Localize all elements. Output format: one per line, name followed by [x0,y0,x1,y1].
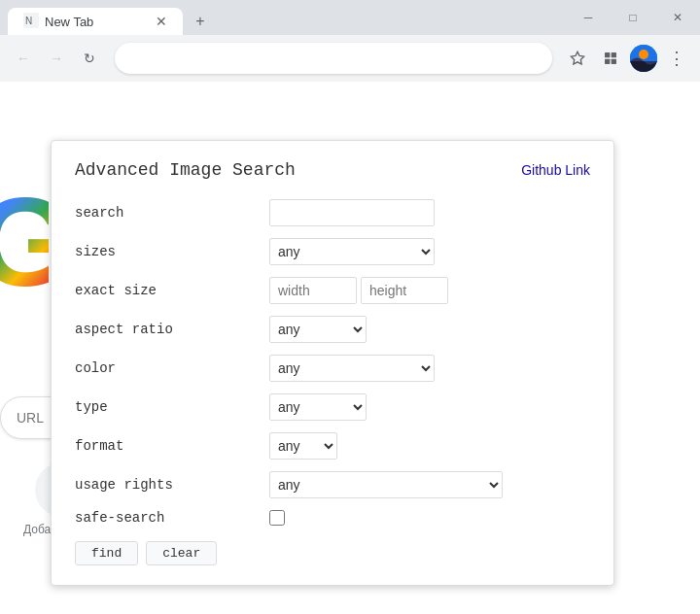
format-control: any jpg gif png bmp svg webp ico raw [269,432,590,460]
usage-rights-select[interactable]: any labeled for reuse with modification … [269,471,503,498]
search-row: search [75,199,590,226]
height-input[interactable] [361,277,448,304]
maximize-button[interactable]: □ [611,0,655,35]
github-link[interactable]: Github Link [521,162,590,178]
tabs-area: N New Tab ✕ + [0,0,566,35]
sizes-control: any large medium icon [269,238,590,265]
type-label: type [75,399,269,415]
tab-label: New Tab [45,15,93,29]
safe-search-row: safe-search [75,510,590,526]
svg-rect-4 [612,52,616,57]
exact-size-label: exact size [75,283,269,298]
exact-size-control [269,277,590,304]
popup-header: Advanced Image Search Github Link [75,160,590,180]
refresh-button[interactable]: ↻ [74,43,105,74]
active-tab[interactable]: N New Tab ✕ [8,8,183,35]
usage-rights-control: any labeled for reuse with modification … [269,471,590,498]
minimize-button[interactable]: ─ [566,0,611,35]
menu-button[interactable]: ⋮ [661,43,692,74]
format-label: format [75,438,269,454]
tab-close[interactable]: ✕ [148,14,167,29]
aspect-ratio-label: aspect ratio [75,322,269,337]
safe-search-control [269,510,590,526]
svg-point-9 [639,50,648,59]
format-row: format any jpg gif png bmp svg webp ico … [75,432,590,460]
safe-search-checkbox[interactable] [269,510,285,526]
find-button[interactable]: find [75,541,138,565]
width-input[interactable] [269,277,357,304]
search-input[interactable] [269,199,435,226]
exact-size-row: exact size [75,277,590,304]
svg-rect-3 [605,52,610,57]
svg-rect-5 [605,59,610,64]
sizes-label: sizes [75,244,269,259]
type-row: type any faces photo clipart lineart ani… [75,393,590,421]
main-content: G + Добавить яр... Advanced Image Search… [0,82,700,614]
sizes-row: sizes any large medium icon [75,238,590,265]
omnibox-inner [115,43,552,74]
sizes-select[interactable]: any large medium icon [269,238,435,265]
avatar [630,45,657,72]
toolbar-icons-right: ⋮ [562,43,692,74]
window-controls: ─ □ ✕ [566,0,700,35]
color-label: color [75,360,269,376]
popup-title: Advanced Image Search [75,160,296,180]
aspect-ratio-control: any tall square wide panoramic [269,316,590,343]
color-select[interactable]: any full black transparent red orange ye… [269,355,435,382]
color-control: any full black transparent red orange ye… [269,355,590,382]
svg-text:N: N [25,16,32,26]
new-tab-button[interactable]: + [187,8,214,35]
bookmark-button[interactable] [562,43,593,74]
format-select[interactable]: any jpg gif png bmp svg webp ico raw [269,432,337,460]
close-button[interactable]: ✕ [655,0,700,35]
button-row: find clear [75,541,590,565]
title-bar: N New Tab ✕ + ─ □ ✕ [0,0,700,35]
search-control [269,199,590,226]
nav-toolbar: ← → ↻ [0,35,700,82]
type-select[interactable]: any faces photo clipart lineart animated [269,393,367,421]
profile-avatar-button[interactable] [628,43,659,74]
advanced-image-search-popup: Advanced Image Search Github Link search… [51,140,614,586]
type-control: any faces photo clipart lineart animated [269,393,590,421]
extension-puzzle-button[interactable] [595,43,626,74]
usage-rights-label: usage rights [75,477,269,493]
safe-search-label: safe-search [75,510,269,526]
aspect-ratio-row: aspect ratio any tall square wide panora… [75,316,590,343]
omnibox [115,43,552,74]
svg-rect-6 [612,59,616,64]
search-label: search [75,205,269,221]
back-button[interactable]: ← [8,43,39,74]
svg-marker-2 [571,51,583,64]
color-row: color any full black transparent red ora… [75,355,590,382]
google-g-logo: G [0,179,49,305]
clear-button[interactable]: clear [146,541,217,565]
usage-rights-row: usage rights any labeled for reuse with … [75,471,590,498]
forward-button[interactable]: → [41,43,72,74]
aspect-ratio-select[interactable]: any tall square wide panoramic [269,316,367,343]
